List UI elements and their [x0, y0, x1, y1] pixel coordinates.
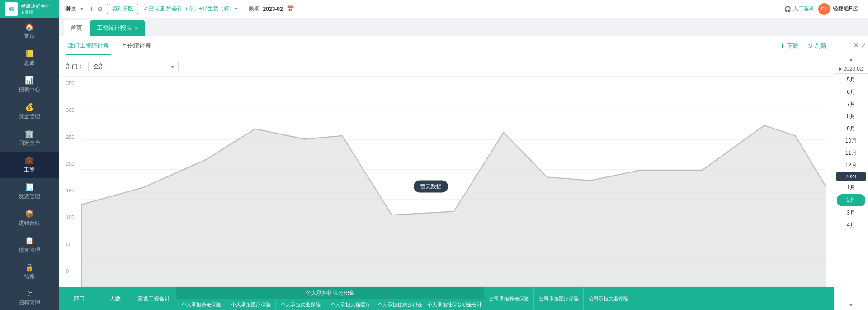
sidebar-item-tax[interactable]: 📋 税务管理: [0, 232, 59, 258]
group-personal-insurance: 个人承担社保公积金 个人承担养老保险 个人承担医疗保险 个人承担失业保险 个人承…: [176, 287, 484, 310]
tab-home[interactable]: 首页: [64, 20, 89, 36]
month-item-6[interactable]: 6月: [834, 86, 868, 98]
reports-icon: 📊: [25, 76, 34, 85]
month-item-11[interactable]: 11月: [834, 147, 868, 159]
tax-icon: 📋: [25, 236, 34, 245]
col-personal-pension: 个人承担养老保险: [176, 299, 226, 310]
switch-btn[interactable]: 切到旧版: [107, 4, 138, 14]
filter-label: 部门：: [66, 62, 84, 71]
header-tags: ✔已认证 好会计（专）+好生意（标）+...: [144, 5, 242, 13]
invoice-icon: 🧾: [25, 183, 34, 191]
user-name: 轻捷通B运...: [833, 5, 863, 13]
download-icon: ⬇: [780, 43, 785, 49]
sidebar-item-assets[interactable]: 🏢 固定资产: [0, 125, 59, 152]
y-label-300: 300: [66, 107, 74, 113]
y-label-100: 100: [66, 215, 74, 220]
month-item-3[interactable]: 3月: [834, 207, 868, 219]
chevron-icon: ▶: [839, 67, 842, 71]
funds-icon: 💰: [25, 103, 34, 111]
y-label-0: 0: [66, 268, 74, 274]
sidebar-item-purchase-sales[interactable]: 📦 进销台账: [0, 205, 59, 232]
avatar: CE: [818, 3, 830, 15]
month-item-1[interactable]: 1月: [834, 181, 868, 194]
col-company-unemployment: 公司承担失业保险: [584, 287, 633, 310]
assets-icon: 🏢: [25, 129, 34, 138]
user-badge[interactable]: CE 轻捷通B运...: [818, 3, 863, 15]
year-label-2024[interactable]: 2024: [836, 172, 866, 181]
col-personal-medical: 个人承担医疗保险: [226, 299, 276, 310]
project-name: 测试: [64, 5, 76, 13]
sidebar-item-general-ledger[interactable]: 📒 总账: [0, 45, 59, 72]
month-item-5[interactable]: 5月: [834, 74, 868, 86]
col-company-medical: 公司承担医疗保险: [534, 287, 584, 310]
month-item-2-active[interactable]: 2月: [837, 194, 865, 206]
col-headcount: 人数: [99, 287, 131, 310]
period-value: 2023-02: [263, 6, 283, 12]
settings-icon[interactable]: ⚙: [97, 5, 103, 13]
panel-expand-btn[interactable]: ⤢: [861, 42, 866, 49]
logo-icon: 畅: [5, 2, 18, 16]
sidebar-item-home[interactable]: 🏠 首页: [0, 18, 59, 45]
period-label: 账期: [249, 5, 259, 13]
sidebar-item-reports[interactable]: 📊 报表中心: [0, 72, 59, 98]
purchase-sales-icon: 📦: [25, 210, 34, 218]
month-item-7[interactable]: 7月: [834, 98, 868, 110]
col-personal-major-medical: 个人承担大额医疗: [326, 299, 375, 310]
chart-area: 350 300 250 200 150 100 50 0: [59, 77, 834, 287]
month-item-12[interactable]: 12月: [834, 159, 868, 172]
col-personal-unemployment: 个人承担失业保险: [276, 299, 326, 310]
tab-bar: 首页 工资统计报表 ×: [59, 18, 868, 36]
chevron-down-icon[interactable]: ▼: [80, 6, 84, 11]
logo-text: 畅康通好会计 专业版: [21, 3, 51, 15]
sub-tab-dept[interactable]: 部门工资统计表: [66, 37, 111, 55]
download-btn[interactable]: ⬇ 下载: [780, 42, 799, 50]
calendar-icon[interactable]: 📅: [287, 5, 294, 12]
dept-filter-select[interactable]: 全部 销售部 财务部 技术部: [88, 61, 179, 72]
filter-row: 部门： 全部 销售部 财务部 技术部 ▼: [59, 56, 834, 77]
year-label-2023[interactable]: ▶ 2023.02: [834, 64, 868, 74]
service-btn[interactable]: 🎧 人工咨询: [784, 5, 815, 13]
sub-tab-bar: 部门工资统计表 月份统计表 ⬇ 下载 ↻ 刷新: [59, 36, 834, 56]
refresh-btn[interactable]: ↻ 刷新: [808, 42, 826, 50]
sidebar: 🏠 首页 📒 总账 📊 报表中心 💰 资金管理 🏢 固定资产 💼 工资 🧾 发票…: [0, 18, 59, 310]
col-company-pension: 公司承担养老保险: [484, 287, 534, 310]
year-nav-up[interactable]: ▲: [834, 54, 868, 64]
month-item-8[interactable]: 8月: [834, 110, 868, 123]
sidebar-item-invoice[interactable]: 🧾 发票管理: [0, 178, 59, 205]
month-item-9[interactable]: 9月: [834, 123, 868, 135]
y-label-250: 250: [66, 134, 74, 140]
refresh-icon: ↻: [808, 43, 813, 49]
logo-area: 畅 畅康通好会计 专业版: [0, 0, 59, 18]
add-button[interactable]: +: [90, 5, 94, 13]
chart-tooltip: 暂无数据: [414, 180, 448, 192]
right-panel: ✕ ⤢ ▲ ▶ 2023.02 5月 6月 7月 8月 9月 10月 11月 1…: [834, 36, 868, 310]
closing-icon: 🔒: [25, 263, 34, 272]
sub-tab-month[interactable]: 月份统计表: [120, 37, 153, 55]
y-label-350: 350: [66, 81, 74, 86]
y-label-200: 200: [66, 161, 74, 167]
month-item-10[interactable]: 10月: [834, 135, 868, 147]
headset-icon: 🎧: [784, 6, 791, 12]
sidebar-item-archive[interactable]: 🗂 归档管理: [0, 285, 59, 310]
y-label-50: 50: [66, 242, 74, 247]
sidebar-item-funds[interactable]: 💰 资金管理: [0, 98, 59, 125]
tab-close-btn[interactable]: ×: [135, 25, 138, 32]
sidebar-item-closing[interactable]: 🔒 结账: [0, 258, 59, 285]
month-item-4[interactable]: 4月: [834, 219, 868, 231]
y-label-150: 150: [66, 188, 74, 193]
salary-icon: 💼: [25, 156, 34, 165]
table-header: 部门 人数 应发工资合计 个人承担社保公积金 个人承担养老保险 个人承担医疗保险…: [59, 287, 834, 310]
area-chart: [81, 81, 826, 287]
sidebar-item-salary[interactable]: 💼 工资: [0, 152, 59, 178]
archive-icon: 🗂: [26, 290, 33, 298]
year-nav-down[interactable]: ▼: [834, 300, 868, 310]
col-personal-housing-fund: 个人承担住房公积金: [375, 299, 425, 310]
panel-close-btn[interactable]: ✕: [854, 42, 859, 49]
col-total-salary: 应发工资合计: [131, 287, 176, 310]
col-personal-total: 个人承担社保公积金合计: [425, 299, 484, 310]
home-icon: 🏠: [25, 23, 34, 31]
col-dept: 部门: [59, 287, 99, 310]
ledger-icon: 📒: [25, 49, 34, 58]
tab-salary-report[interactable]: 工资统计报表 ×: [90, 20, 145, 36]
